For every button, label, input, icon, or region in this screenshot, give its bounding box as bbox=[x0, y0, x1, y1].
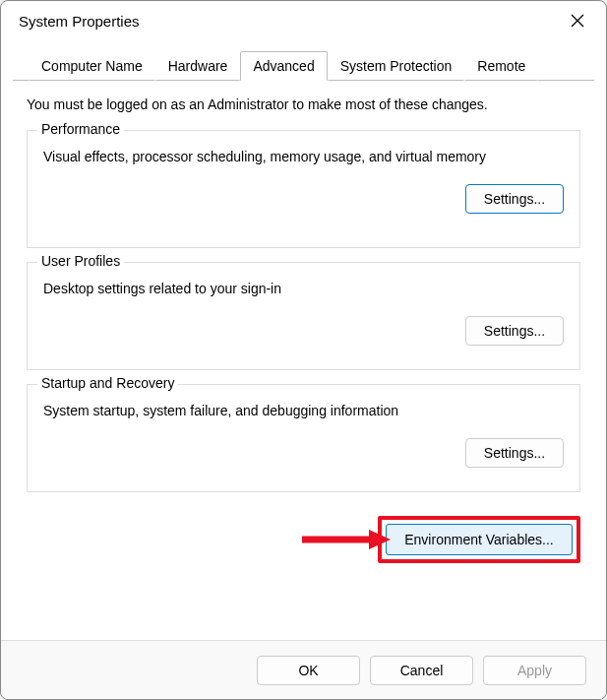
close-button[interactable] bbox=[563, 6, 592, 35]
group-performance-legend: Performance bbox=[37, 121, 124, 137]
startup-settings-button[interactable]: Settings... bbox=[465, 438, 564, 468]
apply-button[interactable]: Apply bbox=[483, 656, 586, 685]
tab-advanced[interactable]: Advanced bbox=[240, 51, 327, 81]
tab-hardware[interactable]: Hardware bbox=[155, 51, 241, 81]
tab-system-protection[interactable]: System Protection bbox=[328, 51, 465, 81]
tabs: Computer Name Hardware Advanced System P… bbox=[13, 50, 594, 81]
window-title: System Properties bbox=[19, 13, 140, 30]
group-performance: Performance Visual effects, processor sc… bbox=[27, 130, 580, 248]
group-startup-desc: System startup, system failure, and debu… bbox=[43, 403, 564, 418]
ok-button[interactable]: OK bbox=[257, 656, 360, 685]
group-user-profiles-legend: User Profiles bbox=[37, 253, 124, 269]
user-profiles-settings-button[interactable]: Settings... bbox=[465, 316, 564, 346]
close-icon bbox=[571, 14, 584, 28]
dialog-footer: OK Cancel Apply bbox=[1, 640, 606, 699]
performance-settings-button[interactable]: Settings... bbox=[465, 184, 564, 214]
cancel-button[interactable]: Cancel bbox=[370, 656, 473, 685]
environment-variables-button[interactable]: Environment Variables... bbox=[386, 524, 573, 555]
tab-computer-name[interactable]: Computer Name bbox=[29, 51, 155, 81]
group-startup-legend: Startup and Recovery bbox=[37, 375, 178, 391]
group-performance-desc: Visual effects, processor scheduling, me… bbox=[43, 149, 564, 164]
system-properties-window: System Properties Computer Name Hardware… bbox=[0, 0, 607, 700]
intro-text: You must be logged on as an Administrato… bbox=[27, 96, 580, 112]
title-bar: System Properties bbox=[1, 1, 606, 40]
group-user-profiles-desc: Desktop settings related to your sign-in bbox=[43, 281, 564, 296]
group-user-profiles: User Profiles Desktop settings related t… bbox=[27, 262, 580, 370]
tab-remote[interactable]: Remote bbox=[464, 51, 538, 81]
tab-content: You must be logged on as an Administrato… bbox=[1, 81, 606, 640]
env-var-row: Environment Variables... bbox=[27, 516, 580, 563]
group-startup-recovery: Startup and Recovery System startup, sys… bbox=[27, 384, 580, 492]
red-highlight-annotation: Environment Variables... bbox=[378, 516, 580, 563]
